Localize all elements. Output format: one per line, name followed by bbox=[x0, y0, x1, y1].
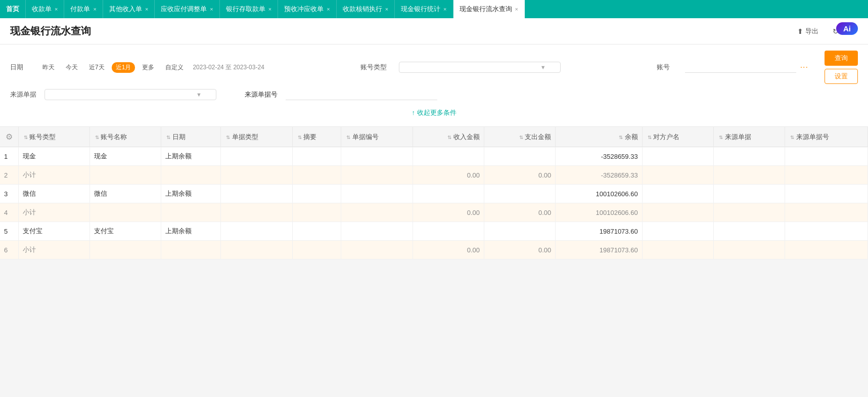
sort-icon: ⇅ bbox=[298, 135, 302, 140]
source-doc-no-label: 来源单据号 bbox=[245, 90, 278, 99]
col-account-name[interactable]: ⇅ 账号名称 bbox=[89, 127, 161, 147]
table-row: 1现金现金上期余额-3528659.33 bbox=[0, 147, 868, 166]
cell-account-type: 小计 bbox=[18, 241, 89, 259]
cell-source-doc bbox=[713, 185, 785, 203]
col-balance[interactable]: ⇅ 余额 bbox=[556, 127, 642, 147]
cell-account-type: 支付宝 bbox=[18, 222, 89, 241]
top-navigation: 首页 收款单 × 付款单 × 其他收入单 × 应收应付调整单 × 银行存取款单 … bbox=[0, 0, 868, 18]
settings-button[interactable]: 设置 bbox=[825, 69, 858, 84]
tab-prepay-offset[interactable]: 预收冲应收单 × bbox=[278, 0, 336, 18]
query-button[interactable]: 查询 bbox=[825, 51, 858, 66]
close-icon[interactable]: × bbox=[327, 6, 330, 12]
tab-receipts[interactable]: 收款单 × bbox=[26, 0, 64, 18]
cell-doc-no bbox=[341, 203, 413, 222]
col-doc-no[interactable]: ⇅ 单据编号 bbox=[341, 127, 413, 147]
col-account-type[interactable]: ⇅ 账号类型 bbox=[18, 127, 89, 147]
date-opt-custom[interactable]: 自定义 bbox=[161, 62, 188, 73]
date-opt-1month[interactable]: 近1月 bbox=[112, 62, 135, 73]
close-icon[interactable]: × bbox=[268, 6, 271, 12]
tab-receipt-exec[interactable]: 收款核销执行 × bbox=[337, 0, 395, 18]
cell-doc-type bbox=[221, 203, 292, 222]
cell-date bbox=[161, 203, 221, 222]
cell-doc-type bbox=[221, 147, 292, 166]
close-icon[interactable]: × bbox=[443, 6, 446, 12]
tab-ar-ap-adjust[interactable]: 应收应付调整单 × bbox=[155, 0, 219, 18]
cell-account-type: 现金 bbox=[18, 147, 89, 166]
cell-date: 上期余额 bbox=[161, 185, 221, 203]
account-type-select[interactable]: ▼ bbox=[399, 62, 561, 73]
tab-bank-deposit[interactable]: 银行存取款单 × bbox=[220, 0, 278, 18]
close-icon[interactable]: × bbox=[385, 6, 388, 12]
account-browse-button[interactable]: ··· bbox=[800, 63, 808, 72]
cell-date: 上期余额 bbox=[161, 222, 221, 241]
cell-account-name: 现金 bbox=[89, 147, 161, 166]
cell-source-doc-no bbox=[785, 166, 868, 185]
source-doc-select[interactable]: ▼ bbox=[44, 89, 216, 100]
source-doc-no-input[interactable] bbox=[286, 89, 437, 100]
tab-payments[interactable]: 付款单 × bbox=[64, 0, 103, 18]
date-opt-7days[interactable]: 近7天 bbox=[85, 62, 109, 73]
ai-badge[interactable]: Ai bbox=[836, 22, 858, 35]
cell-income: 0.00 bbox=[413, 241, 484, 259]
cell-income bbox=[413, 147, 484, 166]
chevron-down-icon: ▼ bbox=[540, 64, 546, 70]
chevron-down-icon2: ▼ bbox=[196, 92, 202, 98]
cell-doc-no bbox=[341, 185, 413, 203]
cell-expense bbox=[484, 222, 556, 241]
collapse-bar[interactable]: ↑ 收起更多条件 bbox=[10, 105, 858, 120]
col-expense[interactable]: ⇅ 支出金额 bbox=[484, 127, 556, 147]
date-opt-yesterday[interactable]: 昨天 bbox=[38, 62, 59, 73]
cell-account-name bbox=[89, 241, 161, 259]
cell-expense: 0.00 bbox=[484, 166, 556, 185]
col-date[interactable]: ⇅ 日期 bbox=[161, 127, 221, 147]
cell-doc-type bbox=[221, 241, 292, 259]
table-row: 2小计0.000.00-3528659.33 bbox=[0, 166, 868, 185]
export-button[interactable]: ⬆ 导出 bbox=[793, 25, 823, 38]
sort-icon: ⇅ bbox=[24, 135, 28, 140]
cell-account-type: 小计 bbox=[18, 166, 89, 185]
close-icon[interactable]: × bbox=[210, 6, 213, 12]
close-icon[interactable]: × bbox=[55, 6, 58, 12]
gear-icon[interactable]: ⚙ bbox=[6, 133, 13, 141]
sort-icon: ⇅ bbox=[519, 135, 523, 140]
col-counterparty[interactable]: ⇅ 对方户名 bbox=[642, 127, 713, 147]
close-icon[interactable]: × bbox=[93, 6, 96, 12]
cell-balance: 100102606.60 bbox=[556, 185, 642, 203]
cell-summary bbox=[292, 166, 341, 185]
cell-source-doc bbox=[713, 222, 785, 241]
sort-icon: ⇅ bbox=[719, 135, 723, 140]
tab-cash-bank-flow[interactable]: 现金银行流水查询 × bbox=[453, 0, 525, 18]
close-icon[interactable]: × bbox=[515, 6, 518, 12]
date-opt-today[interactable]: 今天 bbox=[62, 62, 82, 73]
table-row: 3微信微信上期余额100102606.60 bbox=[0, 185, 868, 203]
close-icon[interactable]: × bbox=[145, 6, 148, 12]
cell-doc-no bbox=[341, 222, 413, 241]
data-table: ⚙ ⇅ 账号类型 ⇅ 账号名称 ⇅ 日期 ⇅ 单据类型 bbox=[0, 127, 868, 259]
cell-doc-type bbox=[221, 185, 292, 203]
tab-other-income[interactable]: 其他收入单 × bbox=[103, 0, 155, 18]
cell-income: 0.00 bbox=[413, 166, 484, 185]
sort-icon: ⇅ bbox=[226, 135, 230, 140]
tab-cash-bank-stat[interactable]: 现金银行统计 × bbox=[395, 0, 453, 18]
col-summary[interactable]: ⇅ 摘要 bbox=[292, 127, 341, 147]
cell-income: 0.00 bbox=[413, 203, 484, 222]
cell-expense bbox=[484, 185, 556, 203]
account-input[interactable] bbox=[685, 62, 796, 73]
source-doc-label: 来源单据 bbox=[10, 90, 36, 99]
row-number: 1 bbox=[0, 147, 18, 166]
column-settings[interactable]: ⚙ bbox=[0, 127, 18, 147]
col-doc-type[interactable]: ⇅ 单据类型 bbox=[221, 127, 292, 147]
cell-balance: -3528659.33 bbox=[556, 166, 642, 185]
tab-home[interactable]: 首页 bbox=[0, 0, 26, 18]
cell-counterparty bbox=[642, 222, 713, 241]
col-source-doc-no[interactable]: ⇅ 来源单据号 bbox=[785, 127, 868, 147]
sort-icon: ⇅ bbox=[166, 135, 170, 140]
cell-source-doc-no bbox=[785, 203, 868, 222]
cell-source-doc-no bbox=[785, 222, 868, 241]
col-source-doc[interactable]: ⇅ 来源单据 bbox=[713, 127, 785, 147]
cell-account-name: 支付宝 bbox=[89, 222, 161, 241]
sort-icon: ⇅ bbox=[648, 135, 652, 140]
date-opt-more[interactable]: 更多 bbox=[138, 62, 158, 73]
col-income[interactable]: ⇅ 收入金额 bbox=[413, 127, 484, 147]
cell-expense bbox=[484, 147, 556, 166]
